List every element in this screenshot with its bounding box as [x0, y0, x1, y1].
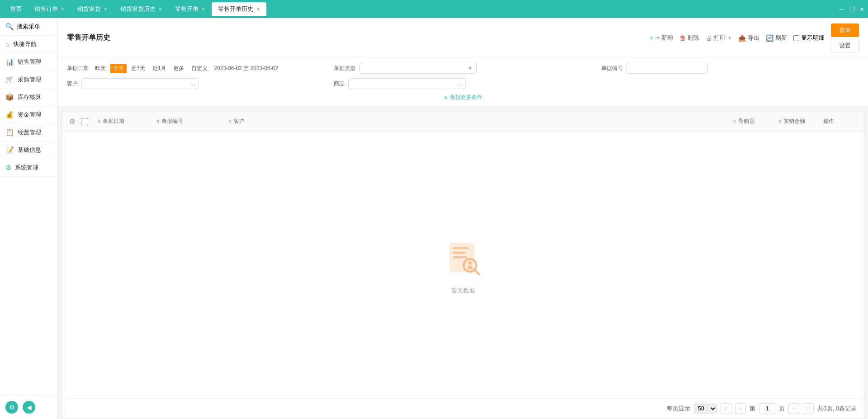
date-btn-custom[interactable]: 自定义: [189, 64, 210, 73]
sidebar-bottom: ⚙ ◀: [0, 395, 57, 419]
per-page-label: 每页显示: [667, 405, 690, 413]
page-last-btn[interactable]: ⟩⟩: [803, 403, 814, 414]
empty-state: 暂无数据: [62, 132, 864, 398]
empty-icon: [441, 236, 486, 281]
pagination: 每页显示 50 100 200 ⟨⟨ ＜ 第 页 ＞ ⟩⟩ 共0页, 0条记录: [62, 398, 864, 419]
sidebar-item-inventory[interactable]: 📦 库存核算: [0, 89, 57, 106]
setting-button[interactable]: 设置: [831, 39, 859, 52]
table-toolbar: ⚙ ⇅ 单据日期 ⇅ 单据编号 ⇅ 客户: [62, 111, 864, 132]
close-btn[interactable]: ✕: [859, 6, 864, 13]
collapse-btn[interactable]: ∧ 收起更多条件: [67, 94, 859, 101]
per-page-select[interactable]: 50 100 200: [694, 404, 717, 414]
sidebar-item-basic-info[interactable]: 📝 基础信息: [0, 141, 57, 159]
date-range: 2023-06-02 至 2023-06-02: [214, 65, 278, 72]
svg-rect-2: [453, 252, 465, 254]
tab-sales-order[interactable]: 销售订单 ✕: [28, 2, 71, 16]
select-all-checkbox[interactable]: [81, 118, 88, 125]
filter-goods: 商品 ...: [334, 78, 592, 89]
tab-retail-history-close[interactable]: ✕: [256, 6, 260, 12]
query-button[interactable]: 查询: [831, 24, 859, 37]
tab-sales-return-history[interactable]: 销货退货历史 ✕: [114, 2, 169, 16]
delete-button[interactable]: 🗑 删除: [679, 34, 699, 42]
print-dropdown-icon[interactable]: ▼: [727, 36, 732, 41]
sales-mgmt-icon: 📊: [5, 58, 14, 66]
page-prev-btn[interactable]: ＜: [735, 403, 746, 414]
sidebar-quick-nav-label: 快捷导航: [13, 40, 37, 48]
add-button[interactable]: ＋ + 新增: [648, 34, 673, 42]
tab-retail-open-label: 零售开单: [175, 5, 199, 13]
collapse-label: 收起更多条件: [450, 94, 482, 101]
export-button[interactable]: 📤 导出: [738, 34, 759, 42]
tab-home[interactable]: 首页: [4, 2, 28, 16]
doc-num-input[interactable]: [626, 63, 708, 74]
page-suffix: 页: [779, 405, 785, 413]
th-guide: ⇅ 导购员: [728, 114, 773, 129]
page-first-btn[interactable]: ⟨⟨: [721, 403, 731, 414]
filter-row-2: 客户 ... 商品 ...: [67, 78, 859, 89]
sidebar-search[interactable]: 🔍 搜索采单: [0, 18, 57, 36]
tab-retail-open-close[interactable]: ✕: [201, 6, 205, 12]
sidebar-item-quick-nav[interactable]: ⌂ 快捷导航: [0, 36, 57, 53]
purchase-mgmt-icon: 🛒: [5, 75, 14, 84]
basic-info-icon: 📝: [5, 146, 14, 154]
filter-date: 单据日期 昨天 今天 近7天 近1月 更多 自定义 2023-06-02 至 2…: [67, 64, 325, 73]
svg-line-5: [474, 270, 479, 274]
print-button[interactable]: 🖨 打印 ▼: [706, 34, 732, 42]
filter-doc-type: 单据类型 ▼: [334, 63, 592, 74]
minimize-btn[interactable]: —: [839, 6, 845, 13]
finance-icon: 💰: [5, 111, 14, 119]
sort-docnum-icon[interactable]: ⇅: [156, 119, 160, 124]
tab-sales-return-history-label: 销货退货历史: [120, 5, 156, 13]
sidebar-item-purchase-mgmt[interactable]: 🛒 采购管理: [0, 71, 57, 89]
doc-type-label: 单据类型: [334, 65, 356, 72]
date-btn-1month[interactable]: 近1月: [150, 64, 169, 73]
doc-type-select[interactable]: ▼: [359, 63, 477, 74]
page-input[interactable]: [759, 403, 775, 414]
top-tabbar: 首页 销售订单 ✕ 销货退货 ✕ 销货退货历史 ✕ 零售开单 ✕ 零售开单历史 …: [0, 0, 868, 18]
date-label: 单据日期: [67, 65, 89, 72]
display-detail-checkbox[interactable]: [793, 35, 799, 41]
search-icon: 🔍: [5, 23, 14, 31]
restore-btn[interactable]: ❐: [849, 6, 855, 13]
display-detail-toggle[interactable]: 显示明细: [793, 34, 825, 42]
sidebar-item-sales-mgmt[interactable]: 📊 销售管理: [0, 53, 57, 71]
tab-retail-history[interactable]: 零售开单历史 ✕: [212, 2, 266, 16]
date-btn-yesterday[interactable]: 昨天: [92, 64, 109, 73]
date-btn-today[interactable]: 今天: [110, 64, 127, 73]
sort-amount-icon[interactable]: ⇅: [778, 119, 782, 124]
tab-sales-order-close[interactable]: ✕: [61, 6, 65, 12]
page-title: 零售开单历史: [67, 33, 110, 48]
table-area: ⚙ ⇅ 单据日期 ⇅ 单据编号 ⇅ 客户: [62, 111, 864, 419]
sidebar-item-sys-mgmt[interactable]: ⚙ 系统管理: [0, 159, 57, 177]
delete-icon: 🗑: [679, 34, 686, 42]
sidebar-item-ops-mgmt[interactable]: 📋 经营管理: [0, 124, 57, 141]
tab-sales-return-history-close[interactable]: ✕: [158, 6, 162, 12]
date-btn-7days[interactable]: 近7天: [128, 64, 148, 73]
refresh-button[interactable]: 🔄 刷新: [766, 34, 787, 42]
th-amount: ⇅ 实销金额: [773, 114, 819, 129]
table-settings-icon[interactable]: ⚙: [66, 116, 77, 127]
tab-sales-order-label: 销售订单: [34, 5, 58, 13]
tab-retail-open[interactable]: 零售开单 ✕: [169, 2, 212, 16]
table-header: ⇅ 单据日期 ⇅ 单据编号 ⇅ 客户 ⇅ 导购员: [88, 114, 859, 129]
sort-customer-icon[interactable]: ⇅: [228, 119, 232, 124]
sort-date-icon[interactable]: ⇅: [97, 119, 101, 124]
page-next-btn[interactable]: ＞: [788, 403, 799, 414]
sidebar-collapse-btn[interactable]: ◀: [23, 401, 35, 414]
collapse-chevron-icon: ∧: [444, 94, 448, 101]
goods-input[interactable]: ...: [348, 78, 466, 89]
refresh-icon: 🔄: [766, 34, 773, 42]
sidebar-settings-btn[interactable]: ⚙: [5, 401, 18, 414]
customer-input[interactable]: ...: [81, 78, 199, 89]
tab-sales-return-close[interactable]: ✕: [104, 6, 108, 12]
date-btn-more[interactable]: 更多: [171, 64, 187, 73]
toolbar: ＋ + 新增 🗑 删除 🖨 打印 ▼ 📤 导出 🔄: [648, 24, 859, 57]
tab-sales-return[interactable]: 销货退货 ✕: [71, 2, 114, 16]
sidebar-inventory-label: 库存核算: [18, 93, 41, 101]
sys-mgmt-icon: ⚙: [5, 164, 11, 172]
sidebar-item-finance[interactable]: 💰 资金管理: [0, 106, 57, 124]
th-date: ⇅ 单据日期: [93, 114, 152, 129]
customer-ellipsis: ...: [190, 80, 195, 87]
page-header: 零售开单历史 ＋ + 新增 🗑 删除 🖨 打印 ▼ 📤 导出: [58, 18, 868, 57]
sort-guide-icon[interactable]: ⇅: [733, 119, 736, 124]
